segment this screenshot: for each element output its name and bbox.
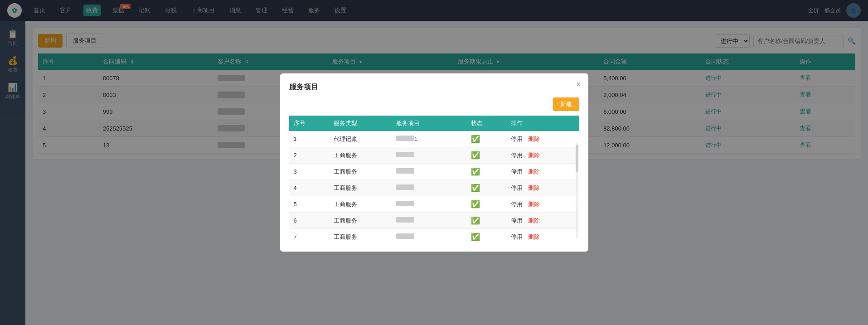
modal-cell-type: 工商服务 xyxy=(329,196,392,213)
modal-toolbar: 新建 xyxy=(289,97,579,111)
modal-cell-action: 停用 删除 xyxy=(506,131,579,147)
modal-body: 序号 服务类型 服务项目 状态 操作 1 代理记账 1 ✅ 停用 删除 2 工商… xyxy=(289,116,579,243)
modal-cell-action: 停用 删除 xyxy=(506,229,579,243)
modal-cell-item xyxy=(392,213,466,229)
modal-col-status: 状态 xyxy=(466,116,506,131)
scrollbar-thumb xyxy=(576,145,578,172)
modal-cell-action: 停用 删除 xyxy=(506,147,579,164)
modal-cell-action: 停用 删除 xyxy=(506,213,579,229)
stop-button[interactable]: 停用 xyxy=(511,201,523,208)
status-check-icon: ✅ xyxy=(471,184,480,192)
modal-cell-item: 1 xyxy=(392,131,466,147)
modal-cell-seq: 2 xyxy=(289,147,329,164)
modal-cell-seq: 1 xyxy=(289,131,329,147)
modal-cell-type: 工商服务 xyxy=(329,180,392,196)
modal-cell-action: 停用 删除 xyxy=(506,164,579,180)
scrollbar-track xyxy=(576,143,578,238)
delete-button[interactable]: 删除 xyxy=(528,184,540,191)
modal-cell-item xyxy=(392,196,466,213)
stop-button[interactable]: 停用 xyxy=(511,184,523,191)
status-check-icon: ✅ xyxy=(471,217,480,224)
modal-cell-seq: 6 xyxy=(289,213,329,229)
modal-table-row: 4 工商服务 ✅ 停用 删除 xyxy=(289,180,579,196)
modal-col-seq: 序号 xyxy=(289,116,329,131)
modal-table-row: 3 工商服务 ✅ 停用 删除 xyxy=(289,164,579,180)
modal-cell-status: ✅ xyxy=(466,213,506,229)
modal-cell-type: 代理记账 xyxy=(329,131,392,147)
status-check-icon: ✅ xyxy=(471,200,480,208)
stop-button[interactable]: 停用 xyxy=(511,233,523,240)
modal-table-row: 5 工商服务 ✅ 停用 删除 xyxy=(289,196,579,213)
modal-table-row: 6 工商服务 ✅ 停用 删除 xyxy=(289,213,579,229)
modal-cell-status: ✅ xyxy=(466,196,506,213)
modal-cell-status: ✅ xyxy=(466,147,506,164)
modal-cell-item xyxy=(392,147,466,164)
modal-cell-status: ✅ xyxy=(466,164,506,180)
modal-cell-type: 工商服务 xyxy=(329,147,392,164)
modal-cell-seq: 7 xyxy=(289,229,329,243)
stop-button[interactable]: 停用 xyxy=(511,217,523,224)
stop-button[interactable]: 停用 xyxy=(511,168,523,175)
modal-cell-seq: 3 xyxy=(289,164,329,180)
modal-col-item: 服务项目 xyxy=(392,116,466,131)
modal-cell-status: ✅ xyxy=(466,131,506,147)
status-check-icon: ✅ xyxy=(471,151,480,159)
status-check-icon: ✅ xyxy=(471,168,480,175)
modal-cell-seq: 5 xyxy=(289,196,329,213)
delete-button[interactable]: 删除 xyxy=(528,136,540,142)
modal-cell-item xyxy=(392,164,466,180)
status-check-icon: ✅ xyxy=(471,233,480,241)
modal-table-row: 7 工商服务 ✅ 停用 删除 xyxy=(289,229,579,243)
modal-cell-item xyxy=(392,180,466,196)
modal-cell-type: 工商服务 xyxy=(329,164,392,180)
modal-new-button[interactable]: 新建 xyxy=(553,97,579,111)
modal-overlay[interactable]: 服务项目 × 新建 序号 服务类型 服务项目 状态 操作 1 代理记账 xyxy=(0,0,868,325)
modal-title: 服务项目 xyxy=(289,82,579,92)
status-check-icon: ✅ xyxy=(471,135,480,143)
delete-button[interactable]: 删除 xyxy=(528,233,540,240)
modal-table-row: 2 工商服务 ✅ 停用 删除 xyxy=(289,147,579,164)
modal-cell-item xyxy=(392,229,466,243)
delete-button[interactable]: 删除 xyxy=(528,201,540,208)
modal-close-button[interactable]: × xyxy=(576,80,581,89)
delete-button[interactable]: 删除 xyxy=(528,168,540,175)
modal-table: 序号 服务类型 服务项目 状态 操作 1 代理记账 1 ✅ 停用 删除 2 工商… xyxy=(289,116,579,243)
delete-button[interactable]: 删除 xyxy=(528,152,540,159)
stop-button[interactable]: 停用 xyxy=(511,152,523,159)
modal-cell-status: ✅ xyxy=(466,229,506,243)
modal-cell-type: 工商服务 xyxy=(329,213,392,229)
modal-col-type: 服务类型 xyxy=(329,116,392,131)
stop-button[interactable]: 停用 xyxy=(511,136,523,142)
modal-cell-action: 停用 删除 xyxy=(506,196,579,213)
modal-cell-seq: 4 xyxy=(289,180,329,196)
modal-cell-type: 工商服务 xyxy=(329,229,392,243)
modal-table-row: 1 代理记账 1 ✅ 停用 删除 xyxy=(289,131,579,147)
modal-col-action: 操作 xyxy=(506,116,579,131)
service-items-modal: 服务项目 × 新建 序号 服务类型 服务项目 状态 操作 1 代理记账 xyxy=(280,73,588,252)
delete-button[interactable]: 删除 xyxy=(528,217,540,224)
modal-cell-status: ✅ xyxy=(466,180,506,196)
modal-cell-action: 停用 删除 xyxy=(506,180,579,196)
